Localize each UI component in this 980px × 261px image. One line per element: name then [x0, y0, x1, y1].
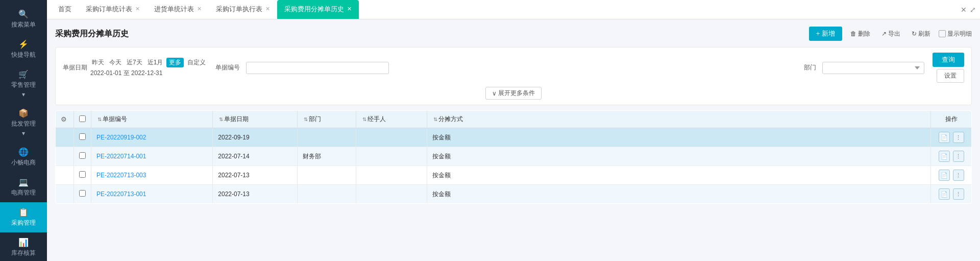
row-settings: [56, 147, 74, 166]
row-handler-2: [356, 147, 427, 166]
row-more-4[interactable]: ⋮: [953, 188, 964, 200]
row-checkbox-4[interactable]: [79, 190, 86, 197]
th-doc-date-sort-icon: ⇅: [219, 116, 223, 122]
row-split-3: 按金额: [427, 166, 930, 185]
row-docno-link-3[interactable]: PE-20220713-003: [96, 172, 146, 179]
select-all-checkbox[interactable]: [79, 115, 86, 122]
row-date-1: 2022-09-19: [213, 128, 298, 147]
docno-label: 单据编号: [215, 63, 240, 72]
filter-docno-field: 单据编号: [215, 62, 796, 74]
sidebar: 🔍 搜索菜单 ⚡ 快捷导航 🛒 零售管理 ▾ 📦 批发管理 ▾ 🌐 小畅电商 💻…: [0, 0, 47, 261]
th-doc-no-sort-icon: ⇅: [97, 116, 102, 122]
row-more-1[interactable]: ⋮: [953, 132, 964, 143]
th-dept: ⇅ 部门: [298, 111, 356, 128]
th-doc-no: ⇅ 单据编号: [91, 111, 213, 128]
add-button[interactable]: + 新增: [809, 27, 842, 41]
shortcut-custom[interactable]: 自定义: [186, 58, 207, 67]
quicknav-icon: ⚡: [18, 39, 29, 49]
row-more-3[interactable]: ⋮: [953, 170, 964, 181]
sidebar-item-retail[interactable]: 🛒 零售管理 ▾: [0, 64, 47, 103]
th-split-sort-icon: ⇅: [433, 116, 437, 122]
row-checkbox-2[interactable]: [79, 152, 86, 159]
sidebar-item-quicknav[interactable]: ⚡ 快捷导航: [0, 34, 47, 64]
sidebar-item-inventory[interactable]: 📊 库存核算: [0, 232, 47, 261]
row-docno-link-2[interactable]: PE-20220714-001: [96, 153, 146, 160]
row-edit-2[interactable]: 📄: [939, 151, 950, 162]
row-ops-4: 📄 ⋮: [931, 185, 972, 204]
query-button[interactable]: 查询: [933, 53, 964, 67]
retail-icon: 🛒: [18, 69, 29, 79]
row-ops-2: 📄 ⋮: [931, 147, 972, 166]
row-handler-4: [356, 185, 427, 204]
settings-gear-icon[interactable]: ⚙: [61, 115, 67, 123]
row-checkbox-1[interactable]: [79, 133, 86, 140]
shortcut-more[interactable]: 更多: [166, 58, 184, 67]
dept-select[interactable]: 财务部: [822, 62, 924, 74]
row-checkbox-3[interactable]: [79, 171, 86, 178]
row-edit-4[interactable]: 📄: [939, 188, 950, 200]
tab-incoming-stat[interactable]: 进货单统计表 ✕: [147, 0, 209, 19]
row-ops-1: 📄 ⋮: [931, 128, 972, 147]
row-dept-3: [298, 166, 356, 185]
ecom-icon: 💻: [18, 177, 29, 187]
row-edit-3[interactable]: 📄: [939, 170, 950, 181]
page-header: 采购费用分摊单历史 + 新增 🗑 删除 ↗ 导出 ↻ 刷新 显示明细: [55, 27, 972, 41]
filter-date-field: 单据日期 昨天 今天 近7天 近1月 更多 自定义 2022-01-01 至 2…: [63, 58, 207, 78]
sidebar-item-ecom[interactable]: 💻 电商管理: [0, 172, 47, 202]
filter-row: 单据日期 昨天 今天 近7天 近1月 更多 自定义 2022-01-01 至 2…: [63, 53, 964, 83]
expand-more-button[interactable]: ∨ 展开更多条件: [485, 87, 542, 100]
page-title: 采购费用分摊单历史: [55, 29, 129, 39]
sidebar-item-wholesale[interactable]: 📦 批发管理 ▾: [0, 103, 47, 142]
shortcut-today[interactable]: 今天: [108, 58, 123, 67]
row-settings: [56, 128, 74, 147]
row-docno-link-4[interactable]: PE-20220713-001: [96, 191, 146, 198]
shortcut-7days[interactable]: 近7天: [125, 58, 144, 67]
refresh-button[interactable]: ↻ 刷新: [909, 28, 934, 40]
row-date-2: 2022-07-14: [213, 147, 298, 166]
row-docno-link-1[interactable]: PE-20220919-002: [96, 134, 146, 141]
row-date-3: 2022-07-13: [213, 166, 298, 185]
tab-close-purchase-cost-history[interactable]: ✕: [347, 6, 352, 12]
tab-expand[interactable]: ⤢: [970, 6, 976, 14]
row-docno-4: PE-20220713-001: [91, 185, 213, 204]
sidebar-item-ecom-small[interactable]: 🌐 小畅电商: [0, 142, 47, 172]
inventory-icon: 📊: [18, 238, 29, 247]
table-row: PE-20220714-001 2022-07-14 财务部 按金额 📄 ⋮: [56, 147, 972, 166]
docno-input[interactable]: [246, 62, 389, 74]
row-docno-2: PE-20220714-001: [91, 147, 213, 166]
tab-purchase-exec[interactable]: 采购订单执行表 ✕: [209, 0, 277, 19]
show-cols-checkbox[interactable]: [939, 30, 946, 37]
tab-purchase-cost-history[interactable]: 采购费用分摊单历史 ✕: [277, 0, 359, 19]
tab-home[interactable]: 首页: [51, 0, 79, 19]
show-cols-toggle[interactable]: 显示明细: [939, 30, 972, 38]
main-area: 首页 采购订单统计表 ✕ 进货单统计表 ✕ 采购订单执行表 ✕ 采购费用分摊单历…: [47, 0, 980, 261]
shortcut-yesterday[interactable]: 昨天: [90, 58, 106, 67]
tab-close-purchase-exec[interactable]: ✕: [265, 6, 270, 12]
th-ops: 操作: [931, 111, 972, 128]
purchase-icon: 📋: [18, 207, 29, 217]
row-more-2[interactable]: ⋮: [953, 151, 964, 162]
date-shortcuts: 昨天 今天 近7天 近1月 更多 自定义 2022-01-01 至 2022-1…: [90, 58, 207, 78]
row-dept-4: [298, 185, 356, 204]
tab-close-purchase-order-stat[interactable]: ✕: [135, 6, 140, 12]
row-split-1: 按金额: [427, 128, 930, 147]
shortcut-1month[interactable]: 近1月: [146, 58, 165, 67]
sidebar-item-search[interactable]: 🔍 搜索菜单: [0, 4, 47, 34]
ecom-small-icon: 🌐: [18, 147, 29, 157]
tab-close-incoming-stat[interactable]: ✕: [197, 6, 202, 12]
th-checkbox: [74, 111, 91, 128]
row-split-4: 按金额: [427, 185, 930, 204]
delete-button[interactable]: 🗑 删除: [847, 28, 873, 40]
table-row: PE-20220713-001 2022-07-13 按金额 📄 ⋮: [56, 185, 972, 204]
tab-actions: ✕ ⤢: [961, 6, 976, 14]
wholesale-icon: 📦: [18, 108, 29, 118]
export-button[interactable]: ↗ 导出: [878, 28, 903, 40]
row-ops-3: 📄 ⋮: [931, 166, 972, 185]
th-doc-date: ⇅ 单据日期: [213, 111, 298, 128]
tab-purchase-order-stat[interactable]: 采购订单统计表 ✕: [79, 0, 147, 19]
sidebar-item-purchase[interactable]: 📋 采购管理: [0, 202, 47, 232]
settings-button[interactable]: 设置: [937, 69, 964, 83]
row-edit-1[interactable]: 📄: [939, 132, 950, 143]
tab-close-all[interactable]: ✕: [961, 6, 967, 14]
th-split-method: ⇅ 分摊方式: [427, 111, 930, 128]
